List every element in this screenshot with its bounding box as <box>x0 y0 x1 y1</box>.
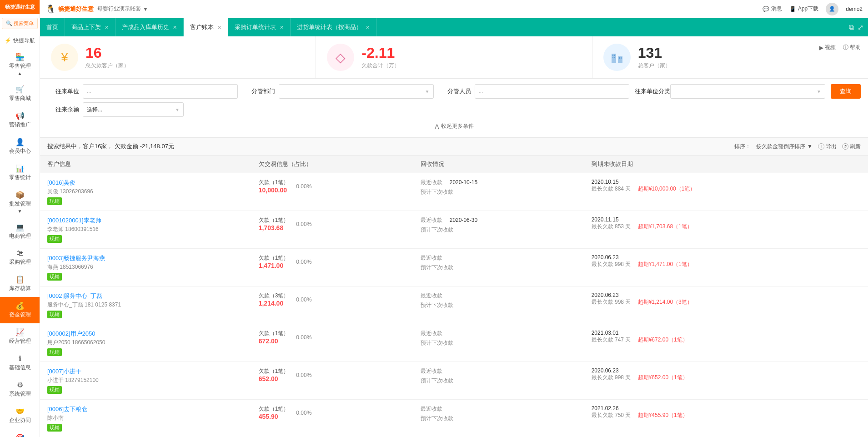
search-menu-btn[interactable]: 🔍 搜索菜单 <box>2 18 38 29</box>
vendor-category-select[interactable]: ▼ <box>670 84 825 99</box>
close-icon[interactable]: ✕ <box>280 25 284 30</box>
sidebar-item-wholesale[interactable]: 📦 批发管理 ▼ <box>0 186 40 218</box>
message-btn[interactable]: 💬 消息 <box>763 5 782 13</box>
help-label: 帮助 <box>850 44 861 51</box>
due-date-value: 2021.03.01 <box>592 330 861 336</box>
tab-purchase-product-stats[interactable]: 进货单统计表（按商品） ✕ <box>291 18 376 36</box>
vendor-input[interactable]: ... <box>83 84 238 99</box>
tab-customer-ledger[interactable]: 客户账本 ✕ <box>184 18 228 36</box>
overdue-amount[interactable]: 超期¥652.00（1笔） <box>638 374 688 381</box>
overdue-amount[interactable]: 超期¥10,000.00（1笔） <box>638 186 696 192</box>
overdue-days: 最长欠款 998 天 <box>592 374 637 381</box>
sidebar-item-guide[interactable]: 🎯 新手引导 <box>0 429 40 437</box>
customer-name-link[interactable]: [0007]小进干 <box>47 367 244 376</box>
customer-name-link[interactable]: [0002]服务中心_丁磊 <box>47 292 244 300</box>
avatar: 👤 <box>826 3 838 15</box>
sidebar-item-retail-mall[interactable]: 🛒 零售商城 <box>0 80 40 107</box>
chevron-down-icon: ▼ <box>817 89 821 94</box>
recovery-cell: 最近收款 预计下次收款 <box>413 249 584 286</box>
sidebar-nav-group: 🏪 零售管理 ▲ 🛒 零售商城 📢 营销推广 👤 会员中心 📊 零售统计 📦 批… <box>0 48 40 437</box>
chevron-up-icon: ⋀ <box>435 123 439 130</box>
sidebar-item-purchase[interactable]: 🛍 采购管理 <box>0 245 40 271</box>
brand-label: 畅捷通好生意 <box>58 5 94 13</box>
members-icon: 👤 <box>15 138 25 146</box>
stat-card-debt-customers: ¥ 16 总欠款客户（家） <box>40 36 316 78</box>
overdue-amount[interactable]: 超期¥1,703.68（1笔） <box>638 223 692 230</box>
sidebar-item-label: 批发管理 <box>9 200 31 208</box>
customer-name-link[interactable]: [0016]吴俊 <box>47 179 244 187</box>
overdue-days: 最长欠款 998 天 <box>592 261 637 267</box>
dept-select[interactable]: ▼ <box>279 84 434 99</box>
close-icon[interactable]: ✕ <box>366 25 370 30</box>
customer-tag: 现销 <box>47 348 62 356</box>
sidebar-item-system[interactable]: ⚙ 系统管理 <box>0 376 40 402</box>
export-button[interactable]: ↑ 导出 <box>818 143 837 151</box>
quick-nav-btn[interactable]: ⚡ 快捷导航 <box>0 33 40 48</box>
customer-name-link[interactable]: [000002]用户2050 <box>47 330 244 338</box>
due-date-value: 2020.10.15 <box>592 179 861 185</box>
overdue-amount[interactable]: 超期¥672.00（1笔） <box>638 337 688 343</box>
last-collect-date: 2020-06-30 <box>444 217 477 223</box>
app-download-btn[interactable]: 📱 App下载 <box>789 5 818 13</box>
debt-total-value: -2.11 <box>361 45 400 60</box>
table-row: [0001020001]李老师 李老师 18600391516 现销 欠款（1笔… <box>40 211 868 249</box>
last-collect-label: 最近收款 <box>421 255 442 261</box>
filter-row-2: 往来余额 选择... ▼ <box>47 102 861 117</box>
message-label: 消息 <box>771 5 782 13</box>
sidebar-item-retail-stats[interactable]: 📊 零售统计 <box>0 160 40 186</box>
sidebar-item-label: 系统管理 <box>9 390 31 398</box>
manager-dots: ... <box>479 88 483 95</box>
overdue-amount[interactable]: 超期¥1,471.00（1笔） <box>638 261 692 267</box>
sort-button[interactable]: 按欠款金额倒序排序 ▼ <box>756 143 813 151</box>
overdue-amount[interactable]: 超期¥455.90（1笔） <box>638 412 688 418</box>
sidebar-item-retail-mgmt[interactable]: 🏪 零售管理 ▲ <box>0 48 40 80</box>
sidebar-item-ecommerce[interactable]: 💻 电商管理 <box>0 218 40 245</box>
maximize-icon[interactable]: ⤢ <box>858 23 863 32</box>
collapse-button[interactable]: ⋀ 收起更多条件 <box>435 121 474 132</box>
customer-name-link[interactable]: [0001020001]李老师 <box>47 216 244 225</box>
tab-purchase-stats[interactable]: 采购订单统计表 ✕ <box>228 18 291 36</box>
collapse-label: 收起更多条件 <box>441 122 474 130</box>
tabbar: 首页 商品上下架 ✕ 产成品入库单历史 ✕ 客户账本 ✕ 采购订单统计表 ✕ 进… <box>40 18 868 36</box>
refresh-button[interactable]: ↺ 刷新 <box>842 143 861 151</box>
customer-name-link[interactable]: [0003]畅捷服务尹海燕 <box>47 254 244 262</box>
sidebar-item-members[interactable]: 👤 会员中心 <box>0 133 40 160</box>
balance-select[interactable]: 选择... ▼ <box>83 102 184 117</box>
due-date-cell: 2021.03.01 最长欠款 747 天 超期¥672.00（1笔） <box>584 324 868 362</box>
help-link[interactable]: ⓘ 帮助 <box>843 44 861 51</box>
sidebar-item-collab[interactable]: 🤝 企业协同 <box>0 402 40 429</box>
total-customers-label: 总客户（家） <box>638 62 671 70</box>
close-icon[interactable]: ✕ <box>105 25 109 30</box>
sidebar-item-finance[interactable]: 💰 资金管理 <box>0 297 40 323</box>
sidebar-item-base-info[interactable]: ℹ 基础信息 <box>0 350 40 376</box>
window-restore-icon[interactable]: ⧉ <box>849 23 854 31</box>
sidebar-item-inventory[interactable]: 📋 库存核算 <box>0 271 40 297</box>
close-icon[interactable]: ✕ <box>173 25 177 30</box>
filter-balance: 往来余额 选择... ▼ <box>47 102 184 117</box>
sidebar-item-label: 零售商城 <box>9 95 31 102</box>
diamond-icon: ◇ <box>336 50 346 65</box>
username-label[interactable]: demo2 <box>846 6 863 12</box>
sidebar-item-operations[interactable]: 📈 经营管理 <box>0 323 40 350</box>
tab-home[interactable]: 首页 <box>40 18 65 36</box>
avatar-img: 👤 <box>829 6 835 12</box>
ecommerce-icon: 💻 <box>15 223 25 231</box>
next-collect-label: 预计下次收款 <box>421 264 577 271</box>
results-amount: 欠款金额 -21,148.07元 <box>115 143 174 150</box>
refresh-icon: ↺ <box>842 143 848 150</box>
due-date-value: 2020.11.15 <box>592 216 861 223</box>
customer-name-link[interactable]: [0006]去下粮仓 <box>47 405 244 413</box>
overdue-amount[interactable]: 超期¥1,214.00（3笔） <box>638 299 692 305</box>
debt-desc: 欠款（1笔） <box>259 406 289 412</box>
sidebar: 畅捷通好生意 🔍 搜索菜单 ⚡ 快捷导航 🏪 零售管理 ▲ 🛒 零售商城 📢 营… <box>0 0 40 437</box>
industry-dropdown[interactable]: 母婴行业演示账套 ▼ <box>97 5 148 13</box>
manager-input[interactable]: ... <box>475 84 630 99</box>
search-button[interactable]: 查询 <box>831 84 861 99</box>
sidebar-item-marketing[interactable]: 📢 营销推广 <box>0 107 40 133</box>
tab-product-shelf[interactable]: 商品上下架 ✕ <box>65 18 115 36</box>
close-icon[interactable]: ✕ <box>217 25 221 30</box>
svg-rect-4 <box>612 57 613 58</box>
tab-product-history[interactable]: 产成品入库单历史 ✕ <box>115 18 184 36</box>
debt-desc: 欠款（1笔） <box>259 179 289 186</box>
video-link[interactable]: ▶ 视频 <box>819 44 836 51</box>
